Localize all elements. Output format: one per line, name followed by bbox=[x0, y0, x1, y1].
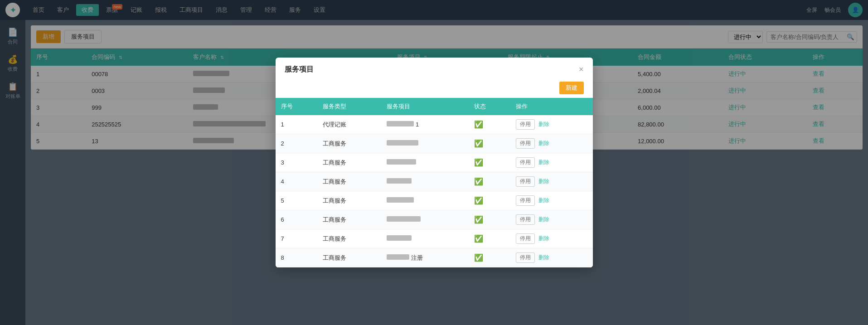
modal-row-item bbox=[381, 153, 468, 172]
modal-table-head: 序号 服务类型 服务项目 状态 操作 bbox=[276, 98, 593, 115]
list-item: 5 工商服务 ✅ 停用 删除 bbox=[276, 191, 593, 210]
modal-row-action: 停用 删除 bbox=[510, 248, 592, 267]
delete-button[interactable]: 删除 bbox=[538, 216, 549, 223]
stop-button[interactable]: 停用 bbox=[516, 214, 535, 225]
modal-row-status: ✅ bbox=[469, 191, 511, 210]
active-icon: ✅ bbox=[474, 235, 483, 243]
modal-row-action: 停用 删除 bbox=[510, 134, 592, 153]
stop-button[interactable]: 停用 bbox=[516, 176, 535, 187]
modal-title: 服务项目 bbox=[285, 65, 314, 74]
modal-table-body: 1 代理记账 1 ✅ 停用 删除 2 bbox=[276, 115, 593, 267]
delete-button[interactable]: 删除 bbox=[538, 178, 549, 185]
modal-row-action: 停用 删除 bbox=[510, 172, 592, 191]
stop-button[interactable]: 停用 bbox=[516, 195, 535, 206]
stop-button[interactable]: 停用 bbox=[516, 157, 535, 168]
modal-row-action: 停用 删除 bbox=[510, 153, 592, 172]
modal-row-seq: 3 bbox=[276, 153, 318, 172]
list-item: 3 工商服务 ✅ 停用 删除 bbox=[276, 153, 593, 172]
modal-col-item: 服务项目 bbox=[381, 98, 468, 115]
modal-header: 服务项目 × bbox=[276, 58, 593, 78]
main-layout: 📄 合同 💰 收费 📋 对账单 新增 服务项目 进行中 已完成 已取消 bbox=[0, 20, 868, 325]
modal-row-action: 停用 删除 bbox=[510, 115, 592, 134]
stop-button[interactable]: 停用 bbox=[516, 138, 535, 149]
delete-button[interactable]: 删除 bbox=[538, 197, 549, 204]
modal-col-action: 操作 bbox=[510, 98, 592, 115]
modal-row-status: ✅ bbox=[469, 248, 511, 267]
modal-body: 序号 服务类型 服务项目 状态 操作 1 代理记账 1 bbox=[276, 98, 593, 267]
modal-row-seq: 2 bbox=[276, 134, 318, 153]
active-icon: ✅ bbox=[474, 216, 483, 223]
modal-row-action: 停用 删除 bbox=[510, 210, 592, 229]
modal-row-item: 注册 bbox=[381, 248, 468, 267]
list-item: 2 工商服务 ✅ 停用 删除 bbox=[276, 134, 593, 153]
modal-row-seq: 6 bbox=[276, 210, 318, 229]
content-area: 新增 服务项目 进行中 已完成 已取消 🔍 bbox=[25, 20, 868, 325]
modal-row-seq: 4 bbox=[276, 172, 318, 191]
modal-row-type: 工商服务 bbox=[317, 172, 381, 191]
delete-button[interactable]: 删除 bbox=[538, 235, 549, 243]
modal-row-action: 停用 删除 bbox=[510, 191, 592, 210]
modal-row-status: ✅ bbox=[469, 134, 511, 153]
modal-row-item: 1 bbox=[381, 115, 468, 134]
modal-col-type: 服务类型 bbox=[317, 98, 381, 115]
modal-row-type: 代理记账 bbox=[317, 115, 381, 134]
active-icon: ✅ bbox=[474, 178, 483, 185]
service-item-modal: 服务项目 × 新建 序号 服务类型 服务项目 状态 bbox=[276, 58, 593, 267]
modal-row-type: 工商服务 bbox=[317, 191, 381, 210]
list-item: 6 工商服务 ✅ 停用 删除 bbox=[276, 210, 593, 229]
modal-toolbar: 新建 bbox=[276, 78, 593, 98]
modal-row-type: 工商服务 bbox=[317, 210, 381, 229]
stop-button[interactable]: 停用 bbox=[516, 252, 535, 263]
modal-row-status: ✅ bbox=[469, 210, 511, 229]
modal-row-seq: 5 bbox=[276, 191, 318, 210]
modal-row-type: 工商服务 bbox=[317, 153, 381, 172]
modal-row-status: ✅ bbox=[469, 229, 511, 248]
active-icon: ✅ bbox=[474, 159, 483, 166]
modal-row-status: ✅ bbox=[469, 172, 511, 191]
delete-button[interactable]: 删除 bbox=[538, 140, 549, 147]
modal-row-action: 停用 删除 bbox=[510, 229, 592, 248]
modal-row-item bbox=[381, 229, 468, 248]
modal-row-item bbox=[381, 172, 468, 191]
active-icon: ✅ bbox=[474, 121, 483, 128]
modal-col-seq: 序号 bbox=[276, 98, 318, 115]
modal-close-button[interactable]: × bbox=[579, 65, 584, 74]
active-icon: ✅ bbox=[474, 140, 483, 147]
modal-overlay[interactable]: 服务项目 × 新建 序号 服务类型 服务项目 状态 bbox=[25, 20, 868, 325]
modal-col-status: 状态 bbox=[469, 98, 511, 115]
modal-row-seq: 8 bbox=[276, 248, 318, 267]
list-item: 4 工商服务 ✅ 停用 删除 bbox=[276, 172, 593, 191]
modal-row-type: 工商服务 bbox=[317, 248, 381, 267]
list-item: 7 工商服务 ✅ 停用 删除 bbox=[276, 229, 593, 248]
modal-row-seq: 7 bbox=[276, 229, 318, 248]
active-icon: ✅ bbox=[474, 197, 483, 204]
active-icon: ✅ bbox=[474, 254, 483, 262]
modal-row-status: ✅ bbox=[469, 153, 511, 172]
delete-button[interactable]: 删除 bbox=[538, 121, 549, 128]
modal-row-item bbox=[381, 191, 468, 210]
modal-row-seq: 1 bbox=[276, 115, 318, 134]
delete-button[interactable]: 删除 bbox=[538, 159, 549, 166]
modal-row-type: 工商服务 bbox=[317, 134, 381, 153]
list-item: 8 工商服务 注册 ✅ 停用 删除 bbox=[276, 248, 593, 267]
delete-button[interactable]: 删除 bbox=[538, 254, 549, 262]
modal-new-button[interactable]: 新建 bbox=[559, 82, 584, 94]
list-item: 1 代理记账 1 ✅ 停用 删除 bbox=[276, 115, 593, 134]
service-item-table: 序号 服务类型 服务项目 状态 操作 1 代理记账 1 bbox=[276, 98, 593, 267]
stop-button[interactable]: 停用 bbox=[516, 119, 535, 130]
modal-row-type: 工商服务 bbox=[317, 229, 381, 248]
modal-row-item bbox=[381, 210, 468, 229]
stop-button[interactable]: 停用 bbox=[516, 233, 535, 244]
modal-row-item bbox=[381, 134, 468, 153]
modal-row-status: ✅ bbox=[469, 115, 511, 134]
